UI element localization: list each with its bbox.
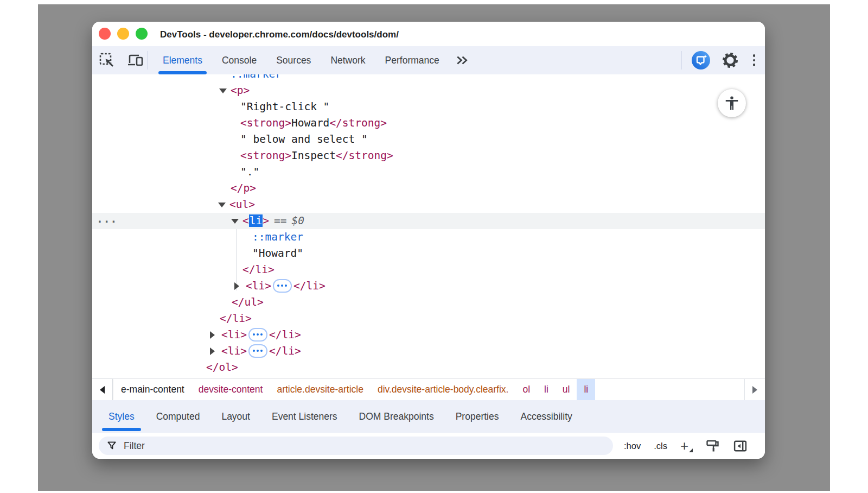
dom-tree-node[interactable]: ...<li>==$0: [92, 213, 765, 229]
sidebar-tab-computed[interactable]: Computed: [145, 400, 211, 433]
breadcrumb-item[interactable]: li: [577, 379, 595, 400]
dom-tree-node[interactable]: ".": [92, 164, 765, 180]
scroll-left-icon: [100, 386, 105, 394]
dom-token: "Howard": [252, 247, 303, 260]
ai-assistance-icon[interactable]: [691, 50, 711, 70]
disclosure-triangle-icon[interactable]: [219, 89, 227, 93]
sidebar-tab-properties[interactable]: Properties: [445, 400, 510, 433]
breadcrumb-item[interactable]: ul: [556, 379, 577, 400]
tab-network[interactable]: Network: [321, 46, 375, 74]
dom-token: <: [242, 214, 249, 227]
dom-tree-node[interactable]: </ul>: [92, 294, 765, 311]
breadcrumb-item[interactable]: e-main-content: [114, 379, 192, 400]
dom-token: </li>: [269, 345, 301, 357]
element-classes-button[interactable]: .cls: [654, 441, 667, 451]
tab-elements[interactable]: Elements: [153, 46, 212, 74]
sidebar-tab-layout[interactable]: Layout: [210, 400, 261, 433]
disclosure-triangle-icon[interactable]: [234, 282, 239, 290]
breadcrumb-item[interactable]: devsite-content: [192, 379, 270, 400]
styles-sidebar-tab-strip: StylesComputedLayoutEvent ListenersDOM B…: [92, 400, 765, 433]
dom-token: li: [249, 214, 263, 227]
dom-tree-node[interactable]: <strong>Howard</strong>: [92, 115, 765, 131]
collapsed-content-icon[interactable]: [248, 344, 267, 358]
paint-roller-icon[interactable]: [706, 439, 720, 453]
dom-token: <ul>: [229, 198, 255, 211]
disclosure-triangle-icon[interactable]: [231, 219, 239, 224]
tab-console[interactable]: Console: [212, 46, 266, 74]
dom-token: <li>: [246, 280, 271, 292]
breadcrumb-item[interactable]: article.devsite-article: [270, 379, 371, 400]
dom-token: ::marker: [231, 74, 282, 80]
dom-tree-node[interactable]: "Right-click ": [92, 99, 765, 115]
breadcrumb-item[interactable]: li: [537, 379, 556, 400]
disclosure-triangle-icon[interactable]: [210, 331, 215, 339]
dom-tree-node[interactable]: </p>: [92, 180, 765, 197]
toggle-sidebar-icon[interactable]: [733, 439, 748, 453]
page-background: DevTools - developer.chrome.com/docs/dev…: [38, 4, 830, 491]
dom-tree: ::marker<p>"Right-click "<strong>Howard<…: [92, 74, 765, 378]
inspect-icon[interactable]: [99, 52, 115, 68]
dom-token: </ul>: [232, 296, 264, 308]
dom-token: <strong>: [240, 149, 291, 162]
tab-performance[interactable]: Performance: [375, 46, 449, 74]
dom-tree-node[interactable]: <strong>Inspect</strong>: [92, 148, 765, 164]
dom-token: $0: [291, 214, 304, 227]
breadcrumb: e-main-contentdevsite-contentarticle.dev…: [92, 378, 765, 400]
dom-token: Inspect: [291, 149, 336, 162]
dom-tree-node[interactable]: </li>: [92, 311, 765, 327]
sidebar-tab-dom-breakpoints[interactable]: DOM Breakpoints: [348, 400, 445, 433]
devtools-toolbar: ElementsConsoleSourcesNetworkPerformance: [92, 46, 765, 74]
dom-tree-node[interactable]: ::marker: [92, 74, 765, 83]
sidebar-tab-accessibility[interactable]: Accessibility: [509, 400, 583, 433]
dom-token: </strong>: [336, 149, 393, 162]
dom-token: Howard: [291, 117, 329, 129]
dom-token: <p>: [231, 84, 250, 97]
dom-tree-node[interactable]: <li></li>: [92, 327, 765, 343]
filter-input[interactable]: [123, 440, 605, 452]
dom-token: ==: [269, 214, 291, 227]
breadcrumb-item[interactable]: div.devsite-article-body.clearfix.: [371, 379, 516, 400]
panel-tab-strip: ElementsConsoleSourcesNetworkPerformance: [153, 46, 475, 74]
collapsed-content-icon[interactable]: [273, 279, 292, 293]
new-style-rule-button[interactable]: +: [680, 440, 693, 451]
dom-token: >: [263, 214, 269, 227]
sidebar-tab-styles[interactable]: Styles: [98, 400, 145, 433]
settings-gear-icon[interactable]: [722, 52, 739, 69]
dom-tree-node[interactable]: </li>: [92, 262, 765, 278]
disclosure-triangle-icon[interactable]: [210, 347, 215, 355]
disclosure-triangle-icon[interactable]: [218, 203, 226, 207]
dom-tree-node[interactable]: " below and select ": [92, 131, 765, 148]
dom-tree-node[interactable]: <li></li>: [92, 278, 765, 294]
more-menu-icon[interactable]: [750, 54, 759, 66]
close-window-button[interactable]: [99, 28, 111, 40]
dom-token: </li>: [269, 328, 301, 341]
toolbar-divider: [147, 51, 148, 69]
dom-tree-node[interactable]: </ol>: [92, 359, 765, 376]
device-toolbar-icon[interactable]: [127, 52, 143, 68]
collapsed-content-icon[interactable]: [248, 328, 267, 342]
filter-input-container: [99, 437, 613, 455]
minimize-window-button[interactable]: [117, 28, 129, 40]
accessibility-icon: [724, 95, 740, 111]
dom-tree-node[interactable]: <ul>: [92, 197, 765, 213]
breadcrumb-items: e-main-contentdevsite-contentarticle.dev…: [113, 379, 744, 400]
dom-token: ".": [240, 166, 259, 178]
tab-sources[interactable]: Sources: [266, 46, 321, 74]
more-tabs-icon[interactable]: [449, 46, 475, 74]
dom-tree-node[interactable]: <p>: [92, 83, 765, 99]
toggle-element-state-button[interactable]: :hov: [624, 441, 641, 451]
breadcrumb-item[interactable]: ol: [515, 379, 537, 400]
dom-token: </p>: [231, 182, 256, 194]
node-options-dots[interactable]: ...: [97, 211, 117, 227]
accessibility-widget-button[interactable]: [718, 89, 746, 117]
dom-token: </li>: [242, 263, 275, 276]
dom-tree-node[interactable]: "Howard": [92, 245, 765, 262]
dom-tree-node[interactable]: ::marker: [92, 229, 765, 245]
toolbar-left-group: [99, 46, 143, 74]
sidebar-tab-event-listeners[interactable]: Event Listeners: [261, 400, 348, 433]
dom-tree-node[interactable]: <li></li>: [92, 343, 765, 359]
breadcrumb-scroll-left-button[interactable]: [92, 379, 113, 400]
zoom-window-button[interactable]: [136, 28, 148, 40]
breadcrumb-scroll-right-button[interactable]: [744, 379, 765, 400]
styles-action-buttons: :hov .cls +: [624, 439, 748, 453]
